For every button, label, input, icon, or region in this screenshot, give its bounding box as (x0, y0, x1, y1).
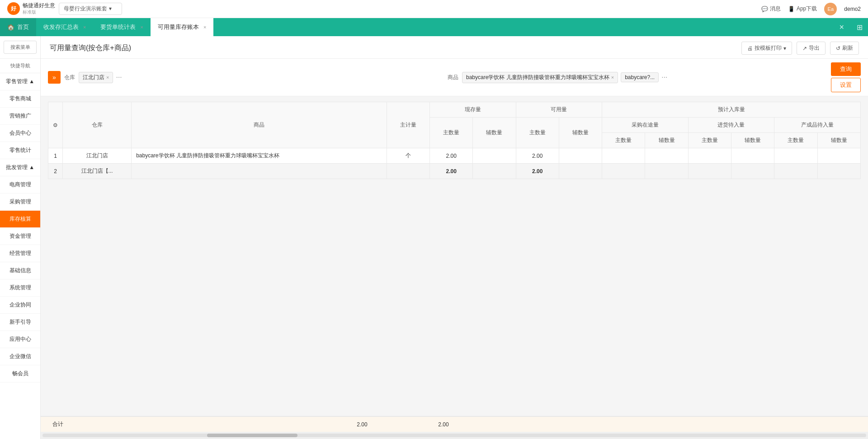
expand-tabs[interactable]: ⊞ (851, 23, 868, 32)
search-menu-btn[interactable]: 搜索菜单 (4, 41, 37, 54)
th-current-aux: 辅数量 (473, 118, 516, 148)
product-filter-tags: babycare学饮杯 儿童防摔防撞吸管杯重力球吸嘴杯宝宝水杯 × babyca… (462, 72, 827, 83)
print-template-btn[interactable]: 🖨 按模板打印 ▾ (741, 42, 792, 55)
scroll-track (42, 434, 866, 437)
product-tag-2-value: babycare?... (625, 74, 655, 80)
cell-warehouse: 江北门店 (63, 148, 132, 164)
table-body: 1 江北门店 babycare学饮杯 儿童防摔防撞吸管杯重力球吸嘴杯宝宝水杯 个… (48, 148, 861, 179)
print-dropdown-icon: ▾ (783, 45, 786, 52)
th-current-main: 主数量 (430, 118, 473, 148)
th-available-main: 主数量 (516, 118, 559, 148)
cell-index-2: 2 (48, 164, 63, 179)
logo-icon: 好 (7, 2, 20, 15)
sidebar-item-member[interactable]: 会员中心 (0, 125, 40, 142)
th-purchase-transit-group: 采购在途量 (602, 118, 689, 133)
sidebar-item-retail-mall-label: 零售商城 (9, 95, 31, 103)
sidebar-item-finance[interactable]: 资金管理 (0, 228, 40, 245)
tab-receipts-label: 收发存汇总表 (43, 23, 79, 31)
sidebar-item-system[interactable]: 系统管理 (0, 279, 40, 297)
warehouse-more-btn[interactable]: ··· (116, 73, 122, 81)
settings-btn[interactable]: 设置 (831, 78, 861, 92)
sidebar-item-guide-label: 新手引导 (9, 318, 31, 326)
home-icon: 🏠 (7, 24, 14, 31)
tab-inventory-book[interactable]: 可用量库存账本 × (151, 18, 213, 36)
sidebar-item-wechat[interactable]: 企业微信 (0, 348, 40, 365)
query-btn[interactable]: 查询 (831, 62, 861, 76)
sidebar-item-operations-label: 经营管理 (9, 250, 31, 257)
sidebar-item-inventory[interactable]: 库存核算 (0, 211, 40, 228)
top-bar-left: 好 畅捷通好生意 标准版 母婴行业演示账套 ▾ (7, 2, 122, 15)
app-icon: 📱 (788, 6, 795, 12)
sidebar-search-area: 搜索菜单 (0, 36, 40, 59)
product-tag-2[interactable]: babycare?... (621, 72, 659, 82)
sidebar-item-changhui[interactable]: 畅会员 (0, 365, 40, 382)
th-pt-main: 主数量 (602, 133, 645, 148)
tab-order-stats[interactable]: 要货单统计表 × (93, 18, 150, 36)
product-more-btn[interactable]: ··· (661, 73, 667, 81)
footer-label: 合计 (48, 420, 342, 428)
sidebar-menu: 零售管理 ▲ 零售商城 营销推广 会员中心 零售统计 批发管理 ▲ 电商管理 采… (0, 73, 40, 382)
table-footer: 合计 2.00 2.00 (41, 416, 868, 432)
tab-receipts[interactable]: 收发存汇总表 × (36, 18, 93, 36)
cell-available-aux-2 (559, 164, 602, 179)
sidebar-item-purchase[interactable]: 采购管理 (0, 194, 40, 211)
sidebar-item-app-center[interactable]: 应用中心 (0, 331, 40, 348)
th-prp-main: 主数量 (774, 133, 817, 148)
sidebar-item-ecommerce[interactable]: 电商管理 (0, 176, 40, 194)
tab-receipts-close[interactable]: × (83, 24, 86, 30)
industry-select[interactable]: 母婴行业演示账套 ▾ (59, 3, 122, 15)
sidebar-item-marketing[interactable]: 营销推广 (0, 108, 40, 125)
product-tag-1-value: babycare学饮杯 儿童防摔防撞吸管杯重力球吸嘴杯宝宝水杯 (466, 74, 609, 81)
sidebar-item-retail-stats[interactable]: 零售统计 (0, 142, 40, 159)
avatar[interactable]: Ea (824, 3, 837, 15)
export-btn[interactable]: ↗ 导出 (797, 42, 826, 55)
table-row-group: 2 江北门店【... 2.00 2.00 (48, 164, 861, 179)
message-label: 消息 (770, 5, 781, 13)
tab-inventory-book-close[interactable]: × (203, 24, 206, 30)
product-tag-1-remove[interactable]: × (611, 75, 614, 80)
top-bar: 好 畅捷通好生意 标准版 母婴行业演示账套 ▾ 💬 消息 📱 App下载 Ea … (0, 0, 868, 18)
app-download-btn[interactable]: 📱 App下载 (788, 5, 817, 13)
refresh-btn[interactable]: ↺ 刷新 (830, 42, 859, 55)
sidebar-item-retail-mgmt[interactable]: 零售管理 ▲ (0, 73, 40, 90)
sidebar-item-basic-info[interactable]: 基础信息 (0, 262, 40, 279)
close-all-tabs[interactable]: × (832, 23, 851, 32)
th-main-unit: 主计量 (387, 102, 429, 148)
sidebar-item-ecommerce-label: 电商管理 (9, 181, 31, 189)
sidebar-item-retail-mall[interactable]: 零售商城 (0, 90, 40, 108)
table-container: ⚙ 仓库 商品 主计量 现存量 可用量 预计入库量 主数量 辅数量 主数量 辅数… (41, 96, 868, 416)
cell-pp-main-2 (688, 164, 731, 179)
horizontal-scrollbar[interactable] (41, 432, 868, 439)
cell-index: 1 (48, 148, 63, 164)
message-btn[interactable]: 💬 消息 (761, 5, 781, 13)
quick-nav-btn[interactable]: 快捷导航 (0, 59, 40, 73)
cell-available-main: 2.00 (516, 148, 559, 164)
warehouse-tag-remove[interactable]: × (106, 75, 109, 80)
refresh-icon: ↺ (836, 45, 840, 52)
sidebar-item-guide[interactable]: 新手引导 (0, 314, 40, 331)
warehouse-tag-value: 江北门店 (83, 74, 104, 81)
tab-home[interactable]: 🏠 首页 (0, 18, 36, 36)
cell-warehouse-2: 江北门店【... (63, 164, 132, 179)
inventory-table: ⚙ 仓库 商品 主计量 现存量 可用量 预计入库量 主数量 辅数量 主数量 辅数… (48, 102, 861, 179)
sidebar-item-enterprise[interactable]: 企业协同 (0, 297, 40, 314)
warehouse-label: 仓库 (64, 74, 75, 81)
th-available-group: 可用量 (516, 102, 602, 118)
th-settings[interactable]: ⚙ (48, 102, 63, 148)
warehouse-tag[interactable]: 江北门店 × (79, 72, 113, 83)
sidebar-item-operations[interactable]: 经营管理 (0, 245, 40, 262)
tab-order-stats-label: 要货单统计表 (100, 23, 136, 31)
dropdown-icon: ▾ (109, 5, 112, 12)
sidebar: 搜索菜单 快捷导航 零售管理 ▲ 零售商城 营销推广 会员中心 零售统计 批发管… (0, 36, 41, 439)
sidebar-item-inventory-label: 库存核算 (9, 215, 31, 223)
print-label: 按模板打印 (755, 44, 782, 52)
scroll-thumb[interactable] (207, 434, 297, 437)
sidebar-item-wholesale[interactable]: 批发管理 ▲ (0, 159, 40, 176)
export-label: 导出 (809, 44, 820, 52)
tab-order-stats-close[interactable]: × (140, 24, 143, 30)
filter-toggle-btn[interactable]: » (48, 71, 61, 84)
page-actions: 🖨 按模板打印 ▾ ↗ 导出 ↺ 刷新 (741, 42, 859, 55)
product-tag-1[interactable]: babycare学饮杯 儿童防摔防撞吸管杯重力球吸嘴杯宝宝水杯 × (462, 72, 618, 83)
settings-icon: ⚙ (53, 122, 58, 128)
app-label: App下载 (797, 5, 817, 13)
